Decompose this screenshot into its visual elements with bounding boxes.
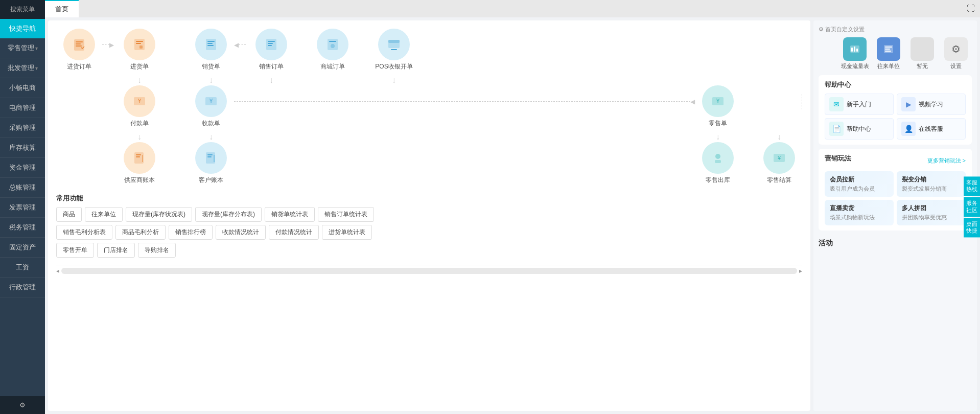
svg-rect-12 bbox=[266, 39, 276, 50]
svg-rect-0 bbox=[74, 39, 84, 51]
float-btn-desktop[interactable]: 桌面快捷 bbox=[964, 218, 980, 237]
video-icon: ▶ bbox=[901, 97, 916, 111]
chevron-down-icon: ▾ bbox=[35, 65, 38, 71]
settings-icon: ⚙ bbox=[944, 37, 968, 61]
help-item-service[interactable]: 👤 在线客服 bbox=[897, 118, 966, 140]
beginner-icon: ✉ bbox=[829, 97, 844, 111]
scroll-right-icon[interactable]: ▸ bbox=[799, 267, 802, 274]
tab-home[interactable]: 首页 bbox=[45, 0, 79, 17]
svg-text:¥: ¥ bbox=[209, 98, 213, 105]
func-btn-sales-stat[interactable]: 销货单统计表 bbox=[265, 207, 315, 222]
func-btn-store-rank[interactable]: 门店排名 bbox=[97, 243, 135, 258]
svg-rect-5 bbox=[136, 41, 143, 42]
func-btn-retail-order[interactable]: 零售开单 bbox=[56, 243, 94, 258]
marketing-title: 营销玩法 bbox=[825, 154, 851, 163]
marketing-member[interactable]: 会员拉新 吸引用户成为会员 bbox=[825, 171, 894, 197]
scroll-track[interactable] bbox=[61, 268, 797, 274]
func-btn-goods[interactable]: 商品 bbox=[56, 207, 82, 222]
down-arrow-sales: ↓ bbox=[209, 76, 213, 84]
retail-icon: ¥ bbox=[702, 85, 734, 117]
sidebar-item-retail[interactable]: 零售管理 ▾ bbox=[0, 38, 45, 58]
flow-node-purchase-order[interactable]: 进货订单 bbox=[56, 29, 102, 71]
sidebar-item-invoice[interactable]: 发票管理 bbox=[0, 198, 45, 218]
func-btn-stock1[interactable]: 现存量(库存状况表) bbox=[126, 207, 192, 222]
flow-node-mall-order[interactable]: 商城订单 bbox=[310, 29, 356, 71]
flow-node-pos[interactable]: POS收银开单 bbox=[371, 29, 417, 71]
sidebar-item-ecom-mgmt[interactable]: 电商管理 bbox=[0, 98, 45, 118]
flow-node-supplier-book[interactable]: 供应商账本 bbox=[116, 142, 162, 185]
sidebar-item-tax[interactable]: 税务管理 bbox=[0, 218, 45, 238]
func-btn-partners[interactable]: 往来单位 bbox=[85, 207, 123, 222]
flow-node-retail-out[interactable]: 零售出库 bbox=[695, 142, 741, 185]
marketing-card: 营销玩法 更多营销玩法 > 会员拉新 吸引用户成为会员 裂变分销 裂变式发展分销… bbox=[819, 149, 972, 231]
purchase-order-icon bbox=[63, 29, 95, 60]
fullscreen-icon[interactable]: ⛶ bbox=[967, 4, 980, 13]
func-btn-order-stat[interactable]: 销售订单统计表 bbox=[318, 207, 374, 222]
flow-node-payment[interactable]: ¥ 付款单 bbox=[116, 85, 162, 128]
help-item-beginner[interactable]: ✉ 新手入门 bbox=[825, 94, 894, 115]
svg-rect-11 bbox=[207, 45, 214, 46]
sidebar-item-admin[interactable]: 行政管理 bbox=[0, 278, 45, 297]
quick-access-row: 现金流量表 往来单位 暂无 bbox=[819, 37, 972, 70]
sidebar-item-assets[interactable]: 固定资产 bbox=[0, 238, 45, 258]
sidebar-item-wholesale[interactable]: 批发管理 ▾ bbox=[0, 58, 45, 78]
float-btn-community[interactable]: 服务社区 bbox=[964, 197, 980, 217]
customer-book-icon bbox=[195, 142, 227, 174]
func-row-3: 零售开单 门店排名 导购排名 bbox=[56, 243, 802, 258]
svg-text:¥: ¥ bbox=[716, 98, 720, 105]
flow-node-customer-book[interactable]: 客户账本 bbox=[188, 142, 234, 185]
qa-item-settings[interactable]: ⚙ 设置 bbox=[940, 37, 972, 70]
flow-node-receipt[interactable]: ¥ 收款单 bbox=[188, 85, 234, 128]
more-marketing-link[interactable]: 更多营销玩法 > bbox=[927, 157, 966, 165]
sale-order-icon bbox=[255, 29, 287, 60]
help-item-video[interactable]: ▶ 视频学习 bbox=[897, 94, 966, 115]
flow-connectors-2: ↓ ↓ ↓ ↓ bbox=[56, 132, 802, 142]
svg-rect-13 bbox=[268, 41, 275, 42]
flow-node-retail[interactable]: ¥ 零售单 bbox=[695, 85, 741, 128]
func-btn-payment-stat[interactable]: 付款情况统计 bbox=[269, 225, 319, 240]
svg-rect-3 bbox=[76, 45, 82, 47]
sidebar-item-ledger[interactable]: 总账管理 bbox=[0, 178, 45, 198]
func-btn-profit-analysis[interactable]: 销售毛利分析表 bbox=[56, 225, 112, 240]
sidebar-item-finance[interactable]: 资金管理 bbox=[0, 158, 45, 178]
help-item-help[interactable]: 📄 帮助中心 bbox=[825, 118, 894, 140]
flow-node-purchase[interactable]: 进货单 bbox=[116, 29, 162, 71]
customize-link[interactable]: ⚙ 首页自定义设置 bbox=[819, 26, 865, 33]
payment-icon: ¥ bbox=[124, 85, 155, 117]
svg-point-34 bbox=[715, 154, 720, 159]
func-btn-stock2[interactable]: 现存量(库存分布表) bbox=[195, 207, 262, 222]
main-area: 首页 ⛶ bbox=[45, 0, 980, 414]
qa-label-partners: 往来单位 bbox=[877, 62, 900, 70]
marketing-split[interactable]: 裂变分销 裂变式发展分销商 bbox=[897, 171, 966, 197]
sales-icon bbox=[195, 29, 227, 60]
marketing-live[interactable]: 直播卖货 场景式购物新玩法 bbox=[825, 200, 894, 225]
sidebar-nav[interactable]: 快捷导航 bbox=[0, 19, 45, 38]
flow-node-retail-settle[interactable]: ¥ 零售结算 bbox=[756, 142, 802, 185]
svg-rect-9 bbox=[207, 41, 215, 42]
sidebar-search[interactable]: 搜索菜单 bbox=[0, 0, 45, 19]
sidebar-item-ecom[interactable]: 小畅电商 bbox=[0, 78, 45, 98]
qa-item-empty[interactable]: 暂无 bbox=[906, 37, 938, 70]
func-btn-sales-rank[interactable]: 销售排行榜 bbox=[169, 225, 213, 240]
cashflow-icon bbox=[843, 37, 867, 61]
svg-text:¥: ¥ bbox=[777, 155, 781, 161]
marketing-header: 营销玩法 更多营销玩法 > bbox=[825, 154, 966, 167]
func-btn-receipt-stat[interactable]: 收款情况统计 bbox=[216, 225, 266, 240]
sidebar: 搜索菜单 快捷导航 零售管理 ▾ 批发管理 ▾ 小畅电商 电商管理 采购管理 库… bbox=[0, 0, 45, 414]
sidebar-item-inventory[interactable]: 库存核算 bbox=[0, 138, 45, 158]
qa-item-cashflow[interactable]: 现金流量表 bbox=[839, 37, 871, 70]
func-btn-guide-rank[interactable]: 导购排名 bbox=[138, 243, 176, 258]
flow-node-sales[interactable]: 销货单 bbox=[188, 29, 234, 71]
qa-item-partners[interactable]: 往来单位 bbox=[873, 37, 904, 70]
scroll-left-icon[interactable]: ◂ bbox=[56, 267, 59, 274]
func-btn-goods-profit[interactable]: 商品毛利分析 bbox=[115, 225, 166, 240]
svg-rect-39 bbox=[851, 48, 853, 52]
float-btn-service[interactable]: 客服热线 bbox=[964, 176, 980, 196]
sidebar-item-purchase[interactable]: 采购管理 bbox=[0, 118, 45, 138]
func-btn-purchase-stat[interactable]: 进货单统计表 bbox=[322, 225, 372, 240]
sidebar-item-salary[interactable]: 工资 bbox=[0, 258, 45, 278]
marketing-group[interactable]: 多人拼团 拼团购物享受优惠 bbox=[897, 200, 966, 225]
pos-icon bbox=[378, 29, 410, 60]
sidebar-settings[interactable]: ⚙ bbox=[0, 396, 45, 414]
flow-node-sale-order[interactable]: 销售订单 bbox=[248, 29, 294, 71]
